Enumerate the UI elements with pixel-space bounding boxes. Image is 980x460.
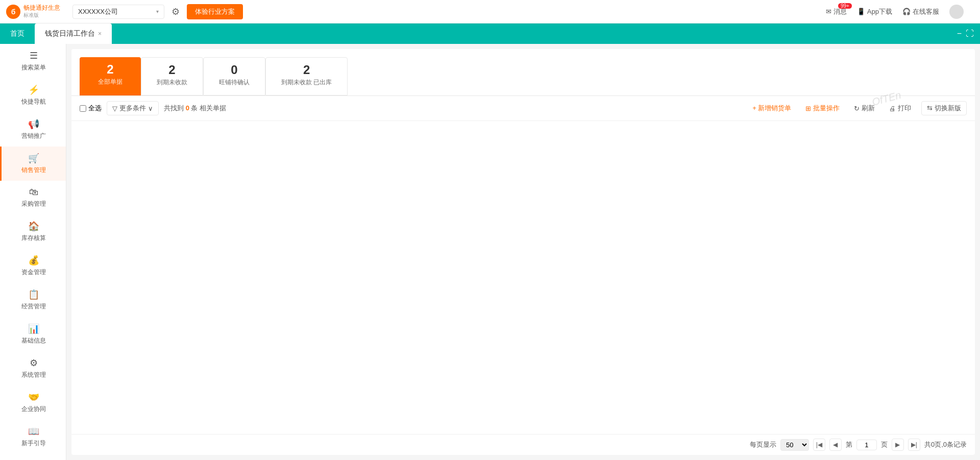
close-tab-icon[interactable]: × (98, 30, 102, 37)
top-header: б 畅捷通好生意 标准版 XXXXXX公司 ▾ ⚙ 体验行业方案 ✉ 消息 99… (0, 0, 980, 23)
refresh-icon: ↻ (854, 105, 860, 112)
stat-card-all[interactable]: 2 全部单据 (80, 57, 141, 95)
basic-info-icon: 📊 (28, 323, 39, 334)
toolbar-left: 全选 ▽ 更多条件 ∨ 共找到 0 条 相关单据 (80, 101, 226, 115)
refresh-button[interactable]: ↻ 刷新 (850, 102, 879, 115)
toolbar: 全选 ▽ 更多条件 ∨ 共找到 0 条 相关单据 + 新增销货单 (71, 96, 975, 121)
sidebar-item-search[interactable]: ☰ 搜索菜单 (0, 44, 66, 78)
nav-tabs: 首页 钱货日清工作台 × − ⛶ (0, 23, 980, 44)
page-input[interactable]: 1 (856, 440, 877, 450)
purchase-icon: 🛍 (29, 187, 38, 198)
batch-operation-button[interactable]: ⊞ 批量操作 (801, 102, 844, 115)
sidebar-item-sales[interactable]: 🛒 销售管理 (0, 147, 66, 181)
stat-num-all: 2 (107, 62, 113, 77)
select-all-checkbox[interactable]: 全选 (80, 104, 102, 113)
sidebar-item-inventory[interactable]: 🏠 库存核算 (0, 214, 66, 249)
quick-nav-icon: ⚡ (28, 84, 39, 95)
trial-button[interactable]: 体验行业方案 (187, 4, 243, 19)
logo-icon: б (6, 5, 20, 19)
operations-icon: 📋 (28, 289, 39, 300)
print-icon: 🖨 (889, 105, 896, 112)
sidebar-item-quick-nav[interactable]: ⚡ 快捷导航 (0, 78, 66, 112)
filter-button[interactable]: ▽ 更多条件 ∨ (107, 101, 159, 115)
chevron-icon: ∨ (148, 105, 153, 112)
switch-icon: ⇆ (927, 104, 933, 112)
sidebar-item-enterprise-collab[interactable]: 🤝 企业协同 (0, 385, 66, 420)
finance-icon: 💰 (28, 255, 39, 266)
minimize-icon[interactable]: − (957, 29, 962, 38)
inventory-icon: 🏠 (28, 221, 39, 232)
sidebar-item-operations[interactable]: 📋 经营管理 (0, 283, 66, 317)
sidebar-item-system[interactable]: ⚙ 系统管理 (0, 351, 66, 385)
found-text: 共找到 0 条 相关单据 (164, 104, 226, 113)
settings-button[interactable]: ⚙ (169, 4, 182, 19)
new-sale-button[interactable]: + 新增销货单 (748, 102, 795, 115)
page-size-select[interactable]: 50 100 200 (780, 439, 809, 451)
logo-sub: 标准版 (23, 12, 60, 19)
next-page-button[interactable]: ▶ (892, 439, 904, 451)
content-area: 2 全部单据 2 到期未收款 0 旺铺待确认 2 到期未收款 已出库 (66, 44, 980, 460)
sidebar-item-purchase[interactable]: 🛍 采购管理 (0, 181, 66, 214)
found-count: 0 (186, 104, 189, 112)
stat-num-overdue: 2 (168, 63, 175, 77)
sidebar-item-marketing[interactable]: 📢 营销推广 (0, 112, 66, 147)
company-selector[interactable]: XXXXXX公司 ▾ (72, 5, 164, 19)
message-badge: 99+ (838, 3, 852, 9)
download-icon: 📱 (857, 8, 865, 15)
sidebar-item-finance[interactable]: 💰 资金管理 (0, 249, 66, 283)
stat-num-overdue-shipped: 2 (303, 63, 310, 77)
print-button[interactable]: 🖨 打印 (885, 102, 915, 115)
logo-text: 畅捷通好生意 (23, 4, 60, 12)
first-page-button[interactable]: |◀ (813, 439, 825, 451)
stat-card-wangpu[interactable]: 0 旺铺待确认 (203, 57, 265, 95)
header-right: ✉ 消息 99+ 📱 App下载 🎧 在线客服 (826, 5, 974, 19)
stat-label-overdue-shipped: 到期未收款 已出库 (281, 78, 332, 87)
prev-page-button[interactable]: ◀ (829, 439, 842, 451)
avatar[interactable] (949, 5, 964, 19)
stat-num-wangpu: 0 (231, 63, 237, 77)
enterprise-collab-icon: 🤝 (28, 392, 39, 403)
sidebar-item-basic-info[interactable]: 📊 基础信息 (0, 317, 66, 351)
last-page-button[interactable]: ▶| (908, 439, 920, 451)
total-pages: 共0页,0条记录 (924, 440, 967, 449)
toolbar-right: + 新增销货单 ⊞ 批量操作 ↻ 刷新 🖨 打印 ⇆ (748, 101, 967, 115)
app-download-button[interactable]: 📱 App下载 (857, 7, 892, 16)
window-controls: − ⛶ (957, 29, 980, 38)
online-service-button[interactable]: 🎧 在线客服 (902, 7, 939, 16)
stat-card-overdue[interactable]: 2 到期未收款 (141, 57, 203, 95)
stat-label-wangpu: 旺铺待确认 (219, 78, 250, 87)
stat-card-overdue-shipped[interactable]: 2 到期未收款 已出库 (265, 57, 348, 95)
content-inner: 2 全部单据 2 到期未收款 0 旺铺待确认 2 到期未收款 已出库 (71, 49, 975, 455)
guide-icon: 📖 (28, 426, 39, 437)
message-button[interactable]: ✉ 消息 99+ (826, 7, 847, 16)
tab-home[interactable]: 首页 (0, 23, 35, 44)
sidebar-item-app-center[interactable]: 🏪 应用中心 (0, 454, 66, 460)
chevron-down-icon: ▾ (156, 9, 159, 14)
stat-cards: 2 全部单据 2 到期未收款 0 旺铺待确认 2 到期未收款 已出库 (71, 49, 975, 96)
sales-icon: 🛒 (28, 153, 39, 164)
batch-icon: ⊞ (805, 105, 811, 112)
headset-icon: 🎧 (902, 8, 911, 15)
stat-label-overdue: 到期未收款 (157, 78, 187, 87)
maximize-icon[interactable]: ⛶ (966, 29, 974, 38)
checkbox-input[interactable] (80, 105, 86, 112)
sidebar: ☰ 搜索菜单 ⚡ 快捷导航 📢 营销推广 🛒 销售管理 🛍 采购管理 🏠 库存核… (0, 44, 66, 460)
table-area (71, 121, 975, 434)
tab-active[interactable]: 钱货日清工作台 × (35, 23, 112, 44)
stat-label-all: 全部单据 (98, 78, 122, 86)
main-layout: ☰ 搜索菜单 ⚡ 快捷导航 📢 营销推广 🛒 销售管理 🛍 采购管理 🏠 库存核… (0, 44, 980, 460)
logo-area: б 畅捷通好生意 标准版 (6, 4, 72, 19)
marketing-icon: 📢 (28, 118, 39, 130)
switch-version-button[interactable]: ⇆ 切换新版 (921, 101, 967, 115)
search-menu-icon: ☰ (30, 50, 38, 61)
message-icon: ✉ (826, 8, 831, 15)
filter-icon: ▽ (112, 105, 117, 112)
system-icon: ⚙ (30, 357, 38, 369)
pagination: 每页显示 50 100 200 |◀ ◀ 第 1 页 ▶ ▶| 共0页,0条记录 (71, 434, 975, 455)
sidebar-item-guide[interactable]: 📖 新手引导 (0, 420, 66, 454)
